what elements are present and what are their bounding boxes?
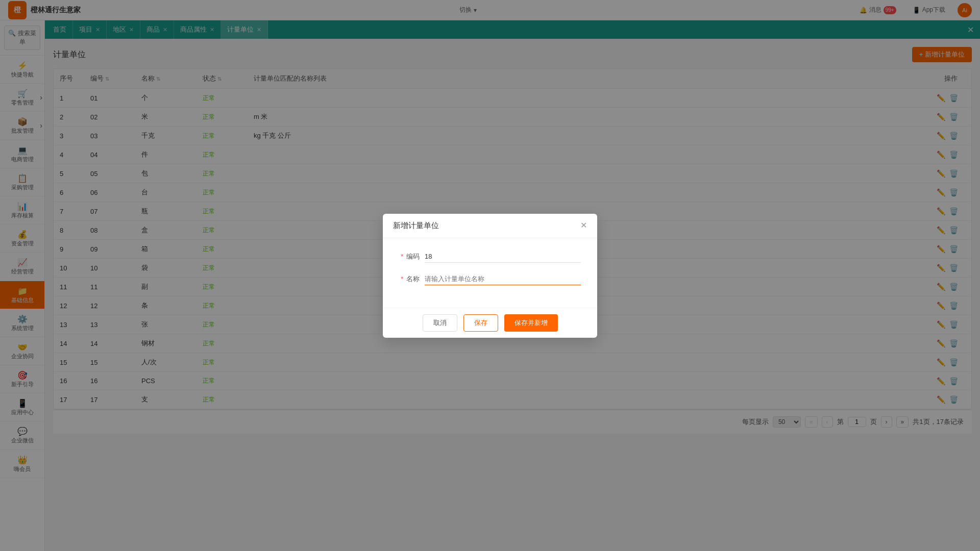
cancel-button[interactable]: 取消 bbox=[423, 314, 457, 332]
add-unit-modal: 新增计量单位 ✕ * 编码 * 名称 取消 保存 保存并新增 bbox=[383, 214, 597, 338]
modal-header: 新增计量单位 ✕ bbox=[383, 214, 597, 238]
code-input[interactable] bbox=[425, 251, 581, 263]
form-row-code: * 编码 bbox=[399, 251, 581, 263]
name-input[interactable] bbox=[425, 273, 581, 285]
name-label-text: 名称 bbox=[406, 275, 420, 283]
modal-title: 新增计量单位 bbox=[393, 221, 439, 231]
code-label-text: 编码 bbox=[406, 253, 420, 260]
form-label-code: * 编码 bbox=[399, 252, 420, 261]
modal-overlay[interactable]: 新增计量单位 ✕ * 编码 * 名称 取消 保存 保存并新增 bbox=[0, 0, 980, 551]
modal-close-button[interactable]: ✕ bbox=[580, 221, 587, 230]
modal-body: * 编码 * 名称 bbox=[383, 238, 597, 308]
form-row-name: * 名称 bbox=[399, 273, 581, 285]
required-mark: * bbox=[401, 253, 403, 260]
required-mark-name: * bbox=[401, 275, 403, 283]
save-and-new-button[interactable]: 保存并新增 bbox=[504, 314, 558, 332]
save-button[interactable]: 保存 bbox=[463, 314, 498, 332]
form-label-name: * 名称 bbox=[399, 274, 420, 284]
modal-footer: 取消 保存 保存并新增 bbox=[383, 308, 597, 338]
